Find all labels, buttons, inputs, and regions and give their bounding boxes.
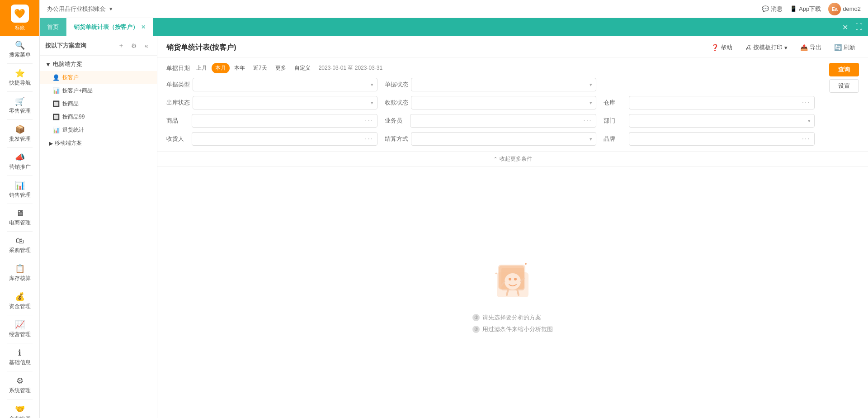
tree-item-by-product-99[interactable]: 🔲 按商品99 <box>40 110 157 124</box>
sidebar-item-sales[interactable]: 📊 销售管理 <box>7 176 33 204</box>
tree-group-mobile[interactable]: ▶ 移动端方案 <box>40 137 157 150</box>
sidebar-item-basic-info[interactable]: ℹ 基础信息 <box>7 343 33 371</box>
print-label: 按模板打印 <box>753 43 783 52</box>
app-download-btn[interactable]: 📱 App下载 <box>790 5 821 13</box>
stock-status-label: 出库状态 <box>166 99 190 107</box>
payment-status-input[interactable]: ▾ <box>411 96 596 109</box>
sidebar-item-quick-nav[interactable]: ⭐ 快捷导航 <box>7 64 33 92</box>
product-label: 商品 <box>166 117 189 125</box>
tree-item-by-customer-product[interactable]: 📊 按客户+商品 <box>40 84 157 97</box>
date-custom[interactable]: 自定义 <box>291 63 314 73</box>
tree-item-by-customer[interactable]: 👤 按客户 <box>40 71 157 84</box>
app-download-label: App下载 <box>799 5 821 13</box>
refresh-btn[interactable]: 🔄 刷新 <box>830 42 859 53</box>
system-label: 系统管理 <box>9 387 31 394</box>
order-status-arrow: ▾ <box>590 82 592 88</box>
recipient-label: 收货人 <box>166 135 189 143</box>
recipient-input[interactable]: ··· <box>192 132 377 146</box>
print-arrow: ▾ <box>784 44 788 51</box>
tab-fullscreen-btn[interactable]: ⛶ <box>854 21 864 33</box>
date-last-month[interactable]: 上月 <box>193 63 211 73</box>
tip-1: ① 请先选择要分析的方案 <box>472 314 553 322</box>
warehouse-input[interactable]: ··· <box>629 96 815 109</box>
logo-text: 标账 <box>15 24 25 31</box>
brand-input[interactable]: ··· <box>629 132 815 146</box>
by-product-icon: 🔲 <box>52 100 60 107</box>
sidebar-item-operations[interactable]: 📈 经营管理 <box>7 315 33 343</box>
tree-item-return-stats[interactable]: 📊 退货统计 <box>40 124 157 137</box>
date-label: 单据日期 <box>166 64 190 72</box>
product-dots: ··· <box>365 117 373 125</box>
sidebar-item-system[interactable]: ⚙ 系统管理 <box>7 371 33 399</box>
order-type-input[interactable]: ▾ <box>193 78 377 91</box>
left-panel-title: 按以下方案查询 <box>45 42 113 50</box>
date-this-month[interactable]: 本月 <box>212 63 230 73</box>
right-panel: 销货单统计表(按客户) ❓ 帮助 🖨 按模板打印 ▾ 📤 导出 <box>157 36 868 418</box>
filter-recipient: 收货人 ··· <box>166 132 377 146</box>
date-this-year[interactable]: 本年 <box>231 63 249 73</box>
order-type-label: 单据类型 <box>166 81 190 89</box>
empty-tips: ① 请先选择要分析的方案 ② 用过滤条件来缩小分析范围 <box>472 314 553 333</box>
tree-group-arrow: ▼ <box>45 61 51 68</box>
enterprise-icon: 🤝 <box>15 404 25 414</box>
tab-bar: 首页 销货单统计表（按客户） ✕ ✕ ⛶ <box>40 18 868 36</box>
add-scheme-btn[interactable]: ＋ <box>116 41 126 51</box>
user-name: demo2 <box>843 5 861 12</box>
export-label: 导出 <box>810 43 821 52</box>
tab-close-icon[interactable]: ✕ <box>141 24 146 30</box>
tip-1-num: ① <box>472 314 480 321</box>
staff-input[interactable]: ··· <box>410 114 596 128</box>
query-button[interactable]: 查询 <box>829 63 859 76</box>
sidebar-item-marketing[interactable]: 📣 营销推广 <box>7 148 33 176</box>
order-status-input[interactable]: ▾ <box>411 78 596 91</box>
warehouse-label: 仓库 <box>604 99 626 107</box>
sidebar-item-wholesale[interactable]: 📦 批发管理 <box>7 120 33 148</box>
payment-method-input[interactable]: ▾ <box>411 132 596 146</box>
collapse-panel-btn[interactable]: « <box>142 41 151 51</box>
tab-sales-stat[interactable]: 销货单统计表（按客户） ✕ <box>66 18 153 36</box>
date-more[interactable]: 更多 <box>272 63 290 73</box>
department-arrow: ▾ <box>808 118 811 124</box>
sidebar-items-list: 🔍 搜索菜单 ⭐ 快捷导航 🛒 零售管理 📦 批发管理 📣 营销推广 📊 销售管… <box>7 36 33 418</box>
department-input[interactable]: ▾ <box>629 114 815 128</box>
retail-label: 零售管理 <box>9 107 31 115</box>
sidebar-item-retail[interactable]: 🛒 零售管理 <box>7 92 33 120</box>
filter-order-status: 单据状态 ▾ <box>385 78 596 91</box>
filter-row-1: 单据类型 ▾ 单据状态 ▾ <box>166 78 815 91</box>
help-btn[interactable]: ❓ 帮助 <box>708 42 736 53</box>
date-last-7[interactable]: 近7天 <box>250 63 271 73</box>
avatar-text: Ea <box>832 6 838 12</box>
tree-group-desktop[interactable]: ▼ 电脑端方案 <box>40 57 157 71</box>
sidebar-logo: 🧡 标账 <box>0 0 39 36</box>
settings-button[interactable]: 设置 <box>829 79 859 93</box>
return-stats-icon: 📊 <box>52 127 60 133</box>
sidebar-item-ecommerce[interactable]: 🖥 电商管理 <box>7 204 33 232</box>
wholesale-icon: 📦 <box>15 124 25 134</box>
stock-status-input[interactable]: ▾ <box>193 96 377 109</box>
sidebar-item-inventory[interactable]: 📋 库存核算 <box>7 259 33 287</box>
payment-method-label: 结算方式 <box>385 135 408 143</box>
collapse-label: 收起更多条件 <box>500 155 532 163</box>
sidebar-item-search-menu[interactable]: 🔍 搜索菜单 <box>7 36 33 64</box>
sidebar-item-purchase[interactable]: 🛍 采购管理 <box>7 232 33 259</box>
product-input[interactable]: ··· <box>192 114 377 128</box>
svg-point-5 <box>509 278 511 280</box>
inventory-icon: 📋 <box>15 264 25 274</box>
tab-home[interactable]: 首页 <box>40 18 66 36</box>
tree-item-by-product[interactable]: 🔲 按商品 <box>40 97 157 110</box>
order-status-label: 单据状态 <box>385 81 408 89</box>
print-btn[interactable]: 🖨 按模板打印 ▾ <box>741 42 791 53</box>
sidebar-item-enterprise[interactable]: 🤝 企业协同 <box>7 399 33 418</box>
collapse-bar[interactable]: ⌃ 收起更多条件 <box>157 152 868 167</box>
settings-scheme-btn[interactable]: ⚙ <box>129 41 139 51</box>
tab-close-window-btn[interactable]: ✕ <box>840 21 850 33</box>
print-icon: 🖨 <box>745 44 751 51</box>
export-btn[interactable]: 📤 导出 <box>797 42 825 53</box>
sidebar-item-finance[interactable]: 💰 资金管理 <box>7 287 33 315</box>
user-profile[interactable]: Ea demo2 <box>828 3 861 15</box>
recipient-dots: ··· <box>365 135 373 143</box>
page-title: 销货单统计表(按客户) <box>166 43 236 52</box>
message-btn[interactable]: 💬 消息 <box>762 5 783 13</box>
filter-order-type: 单据类型 ▾ <box>166 78 377 91</box>
search-menu-icon: 🔍 <box>15 40 25 50</box>
